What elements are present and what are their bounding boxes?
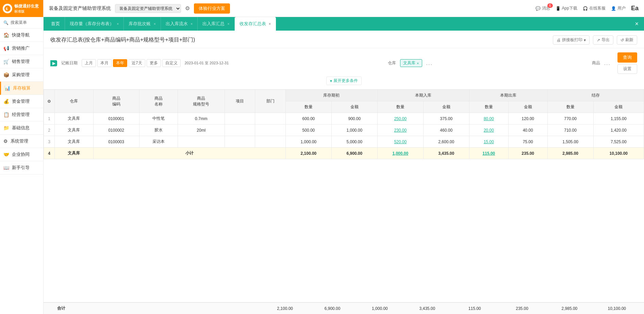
table-row: 2 文具库 0100002 胶水 20ml 500.00 1,000.00 23… bbox=[44, 125, 644, 136]
col-out-qty[interactable]: 20.00 bbox=[469, 125, 508, 136]
tab-inout-flow-close[interactable]: × bbox=[191, 22, 193, 26]
col-goods-name: 中性笔 bbox=[139, 113, 178, 125]
tab-bar-close[interactable]: × bbox=[632, 20, 641, 28]
col-in-qty[interactable]: 250.00 bbox=[377, 113, 423, 125]
th-goods-code: 商品编码 bbox=[93, 90, 139, 113]
date-btn-7days[interactable]: 近7天 bbox=[129, 59, 145, 67]
refresh-button[interactable]: ↺ 刷新 bbox=[617, 35, 637, 45]
sidebar-item-inventory[interactable]: 📊 库存核算 bbox=[0, 82, 43, 95]
table-header-group-row: ⚙ 仓库 商品编码 商品名称 商品规格型号 项目 部门 库存期初 本期入库 本期… bbox=[44, 90, 644, 101]
system-icon: ⚙ bbox=[3, 138, 8, 144]
user-avatar: Ea bbox=[631, 5, 639, 12]
col-in-amt: 2,600.00 bbox=[423, 136, 469, 148]
tab-inventory-dist-label: 现存量（库存分布表） bbox=[70, 21, 114, 27]
warehouse-tag-text: 文具库 bbox=[403, 60, 415, 66]
sidebar-item-basic[interactable]: 📁 基础信息 bbox=[0, 121, 43, 135]
goods-filter-dots[interactable]: ... bbox=[604, 60, 611, 66]
col-warehouse: 文具库 bbox=[55, 125, 94, 136]
search-label: 搜索菜单 bbox=[11, 20, 27, 26]
col-in-qty[interactable]: 230.00 bbox=[377, 125, 423, 136]
online-support-action[interactable]: 🎧 在线客服 bbox=[583, 5, 606, 11]
sidebar-item-label: 系统管理 bbox=[11, 138, 28, 144]
date-btn-last-month[interactable]: 上月 bbox=[82, 59, 96, 67]
experience-button[interactable]: 体验行业方案 bbox=[194, 3, 230, 14]
sidebar-item-system[interactable]: ⚙ 系统管理 bbox=[0, 135, 43, 148]
expand-conditions-button[interactable]: ▾ 展开更多条件 bbox=[326, 77, 362, 85]
tab-inout-flow[interactable]: 出入库流水 × bbox=[161, 17, 198, 31]
col-out-qty[interactable]: 15.00 bbox=[469, 136, 508, 148]
filter-area: ▶ 记账日期 上月 本月 本年 近7天 更多 自定义 2023-01-01 至 … bbox=[44, 48, 644, 89]
date-btn-this-year[interactable]: 本年 bbox=[113, 59, 127, 67]
warehouse-tag[interactable]: 文具库 × bbox=[400, 59, 422, 67]
settings-button[interactable]: 设置 bbox=[617, 64, 637, 74]
export-button[interactable]: ↗ 导出 bbox=[593, 35, 613, 45]
tab-batch-label: 库存批次账 bbox=[129, 21, 151, 27]
th-group-out: 本期出库 bbox=[469, 90, 547, 101]
subtotal-in-amt: 3,435.00 bbox=[423, 148, 469, 159]
goods-label: 商品 bbox=[592, 60, 600, 66]
th-group-in: 本期入库 bbox=[377, 90, 469, 101]
filter-row-1: ▶ 记账日期 上月 本月 本年 近7天 更多 自定义 2023-01-01 至 … bbox=[50, 52, 637, 74]
col-num: 3 bbox=[44, 136, 55, 148]
warehouse-tag-close[interactable]: × bbox=[417, 61, 419, 65]
date-range: 2023-01-01 至 2023-12-31 bbox=[185, 61, 229, 66]
subtotal-in-qty[interactable]: 1,000.00 bbox=[377, 148, 423, 159]
user-icon: 👤 bbox=[611, 6, 616, 11]
col-in-qty[interactable]: 520.00 bbox=[377, 136, 423, 148]
filter-toggle[interactable]: ▶ bbox=[50, 60, 57, 66]
date-btn-custom[interactable]: 自定义 bbox=[162, 59, 181, 67]
sidebar-item-purchase[interactable]: 📦 采购管理 bbox=[0, 68, 43, 82]
warehouse-filter-dots[interactable]: ... bbox=[426, 60, 433, 66]
date-btn-more[interactable]: 更多 bbox=[147, 59, 161, 67]
sidebar-item-marketing[interactable]: 📢 营销推广 bbox=[0, 42, 43, 55]
tab-home[interactable]: 首页 bbox=[46, 17, 65, 31]
tab-batch[interactable]: 库存批次账 × bbox=[124, 17, 161, 31]
tab-inout-summary-label: 出入库汇总 bbox=[202, 21, 225, 27]
sidebar-item-sales[interactable]: 🛒 销售管理 bbox=[0, 55, 43, 68]
subtotal-out-amt: 235.00 bbox=[508, 148, 547, 159]
subtotal-opening-qty: 2,100.00 bbox=[285, 148, 331, 159]
sidebar-item-label: 新手引导 bbox=[12, 165, 30, 171]
sidebar-item-guide[interactable]: 📖 新手引导 bbox=[0, 161, 43, 175]
subtotal-out-qty[interactable]: 115.00 bbox=[469, 148, 508, 159]
table-row: 1 文具库 0100001 中性笔 0.7mm 600.00 900.00 25… bbox=[44, 113, 644, 125]
tab-inventory-dist[interactable]: 现存量（库存分布表） × bbox=[65, 17, 124, 31]
col-num: 2 bbox=[44, 125, 55, 136]
total-opening-amt: 6,900.00 bbox=[309, 306, 356, 311]
total-in-amt: 3,435.00 bbox=[403, 306, 451, 311]
tab-receipt-summary[interactable]: 收发存汇总表 × bbox=[235, 17, 276, 31]
th-balance-qty: 数量 bbox=[547, 101, 593, 113]
search-menu-item[interactable]: 🔍 搜索菜单 bbox=[0, 17, 43, 29]
tab-inout-summary-close[interactable]: × bbox=[227, 22, 229, 26]
col-in-amt: 375.00 bbox=[423, 113, 469, 125]
edition-text: 标准版 bbox=[14, 9, 39, 14]
col-out-qty[interactable]: 80.00 bbox=[469, 113, 508, 125]
sidebar-item-label: 快捷导航 bbox=[12, 32, 30, 38]
gear-button[interactable]: ⚙ bbox=[185, 5, 190, 12]
tab-inout-summary[interactable]: 出入库汇总 × bbox=[198, 17, 234, 31]
sidebar-item-label: 库存核算 bbox=[13, 85, 31, 91]
tab-receipt-summary-close[interactable]: × bbox=[269, 22, 271, 26]
col-opening-amt: 900.00 bbox=[331, 113, 377, 125]
user-action[interactable]: 👤 用户 bbox=[611, 5, 626, 11]
sidebar-item-finance[interactable]: 💰 资金管理 bbox=[0, 95, 43, 108]
col-balance-amt: 1,155.00 bbox=[593, 113, 644, 125]
date-btn-this-month[interactable]: 本月 bbox=[97, 59, 112, 67]
subtotal-warehouse: 文具库 bbox=[55, 148, 94, 159]
sidebar-item-enterprise[interactable]: 🤝 企业协同 bbox=[0, 148, 43, 161]
tab-home-label: 首页 bbox=[51, 21, 60, 27]
purchase-icon: 📦 bbox=[3, 72, 9, 78]
print-button[interactable]: 🖨 拼接板打印 ▾ bbox=[553, 35, 590, 45]
message-action[interactable]: 💬 消息 6 bbox=[535, 5, 550, 11]
system-select[interactable]: 装备及固定资产辅助管理系统 bbox=[115, 4, 181, 13]
home-icon: 🏠 bbox=[3, 32, 9, 38]
th-settings[interactable]: ⚙ bbox=[44, 90, 55, 113]
filter-row-expand: ▾ 展开更多条件 bbox=[50, 77, 637, 85]
app-download-action[interactable]: 📱 App下载 bbox=[556, 5, 577, 11]
sidebar-item-quick-nav[interactable]: 🏠 快捷导航 bbox=[0, 29, 43, 42]
tab-inventory-dist-close[interactable]: × bbox=[117, 22, 119, 26]
query-button[interactable]: 查询 bbox=[617, 52, 637, 63]
tab-batch-close[interactable]: × bbox=[153, 22, 155, 26]
sidebar-item-operation[interactable]: 📋 经营管理 bbox=[0, 108, 43, 121]
sidebar-item-label: 经营管理 bbox=[12, 112, 30, 118]
